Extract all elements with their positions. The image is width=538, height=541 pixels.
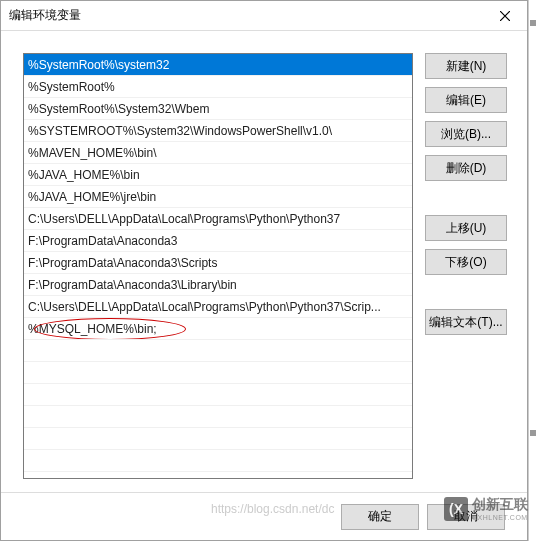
edit-button[interactable]: 编辑(E) [425, 87, 507, 113]
scrollbar-strip[interactable] [528, 0, 538, 541]
scroll-mark [530, 20, 536, 26]
move-up-button[interactable]: 上移(U) [425, 215, 507, 241]
browse-button[interactable]: 浏览(B)... [425, 121, 507, 147]
watermark-main: 创新互联 [472, 496, 528, 514]
list-item[interactable]: %SystemRoot%\system32 [24, 54, 412, 76]
delete-button[interactable]: 删除(D) [425, 155, 507, 181]
list-item[interactable]: %MYSQL_HOME%\bin; [24, 318, 412, 340]
list-item[interactable]: %SYSTEMROOT%\System32\WindowsPowerShell\… [24, 120, 412, 142]
window-title: 编辑环境变量 [9, 7, 81, 24]
list-item[interactable]: %JAVA_HOME%\bin [24, 164, 412, 186]
list-item[interactable]: %JAVA_HOME%\jre\bin [24, 186, 412, 208]
list-item[interactable] [24, 384, 412, 406]
list-item[interactable] [24, 450, 412, 472]
edit-text-button[interactable]: 编辑文本(T)... [425, 309, 507, 335]
close-icon [500, 11, 510, 21]
close-button[interactable] [482, 1, 527, 31]
list-item[interactable] [24, 340, 412, 362]
list-item[interactable]: F:\ProgramData\Anaconda3\Library\bin [24, 274, 412, 296]
scroll-mark [530, 430, 536, 436]
move-down-button[interactable]: 下移(O) [425, 249, 507, 275]
list-item[interactable] [24, 362, 412, 384]
list-item[interactable]: C:\Users\DELL\AppData\Local\Programs\Pyt… [24, 296, 412, 318]
list-item[interactable]: C:\Users\DELL\AppData\Local\Programs\Pyt… [24, 208, 412, 230]
list-item[interactable]: %MAVEN_HOME%\bin\ [24, 142, 412, 164]
new-button[interactable]: 新建(N) [425, 53, 507, 79]
path-listbox[interactable]: %SystemRoot%\system32%SystemRoot%%System… [23, 53, 413, 479]
list-item[interactable] [24, 428, 412, 450]
ok-button[interactable]: 确定 [341, 504, 419, 530]
list-item[interactable]: %SystemRoot% [24, 76, 412, 98]
list-item[interactable]: %SystemRoot%\System32\Wbem [24, 98, 412, 120]
dialog-body: %SystemRoot%\system32%SystemRoot%%System… [1, 31, 527, 489]
button-column: 新建(N) 编辑(E) 浏览(B)... 删除(D) 上移(U) 下移(O) 编… [425, 53, 507, 479]
titlebar: 编辑环境变量 [1, 1, 527, 31]
faint-url-text: https://blog.csdn.net/dc [211, 502, 334, 516]
watermark-icon: (X [444, 497, 468, 521]
list-item[interactable]: F:\ProgramData\Anaconda3 [24, 230, 412, 252]
watermark-sub: CXHLNET.COM [472, 514, 528, 521]
list-item[interactable]: F:\ProgramData\Anaconda3\Scripts [24, 252, 412, 274]
dialog-window: 编辑环境变量 %SystemRoot%\system32%SystemRoot%… [0, 0, 528, 541]
watermark: (X 创新互联 CXHLNET.COM [444, 496, 528, 521]
list-item[interactable] [24, 406, 412, 428]
